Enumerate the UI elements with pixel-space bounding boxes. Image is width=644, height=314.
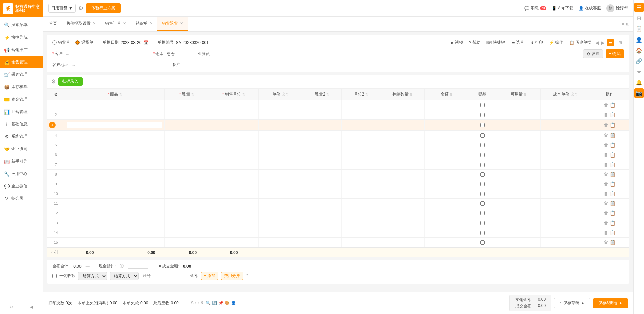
price-sort[interactable]: ⇅ bbox=[286, 92, 289, 96]
pack-qty-cell[interactable] bbox=[380, 160, 424, 170]
product-cell[interactable] bbox=[65, 238, 165, 247]
product-cell[interactable] bbox=[65, 208, 165, 218]
cost-price-cell[interactable] bbox=[541, 160, 590, 170]
unit-price-cell[interactable] bbox=[259, 238, 303, 247]
gift-checkbox[interactable] bbox=[480, 143, 485, 147]
gift-checkbox[interactable] bbox=[480, 113, 485, 117]
sales-unit-cell[interactable] bbox=[209, 131, 258, 140]
gift-checkbox[interactable] bbox=[480, 182, 485, 186]
unit2-cell[interactable] bbox=[341, 100, 380, 110]
right-panel-link-icon[interactable]: 🔗 bbox=[634, 56, 644, 66]
sales-unit-cell[interactable] bbox=[209, 179, 258, 189]
qty-cell[interactable] bbox=[164, 238, 209, 247]
amount-cell[interactable] bbox=[424, 131, 469, 140]
gift-checkbox[interactable] bbox=[480, 163, 485, 167]
tab-4[interactable]: 销货退货✕ bbox=[157, 17, 188, 31]
delete-row-btn[interactable]: 🗑 bbox=[604, 162, 608, 167]
sales-unit-cell[interactable] bbox=[209, 199, 258, 208]
amount-cell[interactable] bbox=[424, 218, 469, 228]
address-dots[interactable]: ... bbox=[153, 63, 156, 67]
unit-price-cell[interactable] bbox=[259, 218, 303, 228]
right-panel-list-icon[interactable]: ☰ bbox=[634, 3, 644, 12]
available-cell[interactable] bbox=[496, 100, 541, 110]
cost-price-cell[interactable] bbox=[541, 208, 590, 218]
tab-0[interactable]: 首页 bbox=[44, 17, 62, 31]
copy-row-btn[interactable]: 📋 bbox=[610, 122, 615, 128]
qty2-cell[interactable] bbox=[303, 131, 341, 140]
sales-unit-cell[interactable] bbox=[209, 170, 258, 179]
product-cell[interactable] bbox=[65, 218, 165, 228]
one-key-payment-checkbox[interactable] bbox=[52, 274, 57, 278]
copy-row-btn[interactable]: 📋 bbox=[610, 181, 615, 187]
sidebar-item-13[interactable]: 💬企业微信 bbox=[0, 180, 43, 192]
tab-2[interactable]: 销售订单✕ bbox=[100, 17, 131, 31]
qty2-cell[interactable] bbox=[303, 150, 341, 160]
sales-unit-cell[interactable] bbox=[209, 218, 258, 228]
product-cell[interactable] bbox=[65, 228, 165, 238]
pack-qty-cell[interactable] bbox=[380, 100, 424, 110]
copy-row-btn[interactable]: 📋 bbox=[610, 152, 615, 158]
copy-row-btn[interactable]: 📋 bbox=[610, 133, 615, 138]
available-cell[interactable] bbox=[496, 179, 541, 189]
view-grid-icon[interactable]: ⊞ bbox=[616, 39, 624, 46]
unit2-cell[interactable] bbox=[341, 160, 380, 170]
sales-unit-cell[interactable] bbox=[209, 238, 258, 247]
sidebar-item-2[interactable]: 📢营销推广 bbox=[0, 44, 43, 56]
tab-3[interactable]: 销货单✕ bbox=[131, 17, 157, 31]
pack-qty-cell[interactable] bbox=[380, 110, 424, 120]
delete-row-btn[interactable]: 🗑 bbox=[604, 112, 608, 117]
gift-checkbox[interactable] bbox=[480, 240, 485, 245]
copy-row-btn[interactable]: 📋 bbox=[610, 220, 615, 226]
amount-cell[interactable] bbox=[424, 170, 469, 179]
account-input[interactable] bbox=[141, 273, 181, 279]
split-expense-btn[interactable]: 费用分摊 bbox=[221, 272, 243, 280]
radio-sales[interactable]: 销货单 bbox=[52, 40, 70, 45]
pack-qty-cell[interactable] bbox=[380, 199, 424, 208]
unit-price-cell[interactable] bbox=[259, 228, 303, 238]
copy-row-btn[interactable]: 📋 bbox=[610, 240, 615, 245]
sales-unit-cell[interactable] bbox=[209, 160, 258, 170]
gift-checkbox[interactable] bbox=[480, 201, 485, 206]
qty-cell[interactable] bbox=[164, 189, 209, 199]
pack-qty-cell[interactable] bbox=[380, 170, 424, 179]
gift-checkbox[interactable] bbox=[480, 133, 485, 138]
category-select[interactable]: 日用百货 ▼ bbox=[48, 4, 76, 13]
cost-price-cell[interactable] bbox=[541, 110, 590, 120]
unit2-cell[interactable] bbox=[341, 170, 380, 179]
product-cell[interactable] bbox=[65, 150, 165, 160]
copy-row-btn[interactable]: 📋 bbox=[610, 191, 615, 196]
tab-expand-icon[interactable]: ⊞ bbox=[626, 22, 629, 26]
remarks-input[interactable] bbox=[182, 62, 283, 68]
add-row-btn[interactable]: + bbox=[49, 122, 56, 128]
unit-price-cell[interactable] bbox=[259, 140, 303, 150]
tab-close-3[interactable]: ✕ bbox=[150, 21, 153, 26]
taskbar-icon-6[interactable]: 🎨 bbox=[225, 301, 230, 305]
sidebar-item-8[interactable]: ℹ基础信息 bbox=[0, 118, 43, 130]
taskbar-icon-5[interactable]: 📌 bbox=[218, 301, 223, 305]
unit2-cell[interactable] bbox=[341, 208, 380, 218]
qty2-cell[interactable] bbox=[303, 218, 341, 228]
save-draft-btn[interactable]: ↑ 保存草稿 ▲ bbox=[554, 298, 590, 308]
message-btn[interactable]: 💬 消息 70 bbox=[524, 5, 546, 11]
cost-sort[interactable]: ⇅ bbox=[575, 92, 578, 96]
qty2-cell[interactable] bbox=[303, 228, 341, 238]
qty2-sort[interactable]: ⇅ bbox=[326, 92, 329, 96]
calc-method-select[interactable]: 结算方式 bbox=[110, 272, 139, 280]
cost-price-cell[interactable] bbox=[541, 131, 590, 140]
available-cell[interactable] bbox=[496, 208, 541, 218]
qty-cell[interactable] bbox=[164, 218, 209, 228]
qty2-cell[interactable] bbox=[303, 208, 341, 218]
copy-row-btn[interactable]: 📋 bbox=[610, 162, 615, 167]
available-cell[interactable] bbox=[496, 131, 541, 140]
copy-row-btn[interactable]: 📋 bbox=[610, 172, 615, 177]
right-panel-house-icon[interactable]: 🏠 bbox=[634, 46, 644, 55]
sales-unit-cell[interactable] bbox=[209, 140, 258, 150]
available-cell[interactable] bbox=[496, 140, 541, 150]
product-cell[interactable] bbox=[65, 179, 165, 189]
copy-row-btn[interactable]: 📋 bbox=[610, 142, 615, 148]
qty2-cell[interactable] bbox=[303, 238, 341, 247]
unit2-sort[interactable]: ⇅ bbox=[365, 92, 368, 96]
tab-1[interactable]: 售价提取设置✕ bbox=[62, 17, 100, 31]
qty-sort[interactable]: ⇅ bbox=[191, 92, 194, 96]
gift-checkbox[interactable] bbox=[480, 153, 485, 157]
